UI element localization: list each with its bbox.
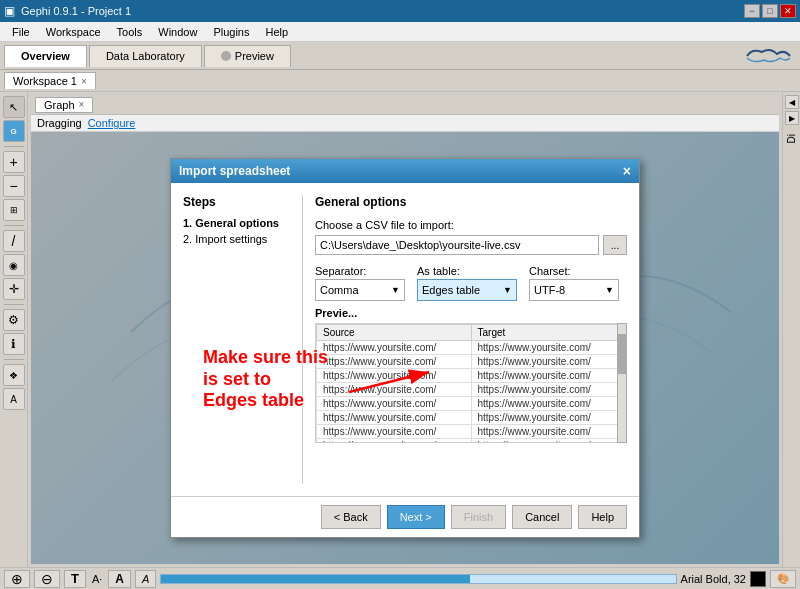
modal-footer: < Back Next > Finish Cancel Help [171, 496, 639, 537]
graph-tab-close[interactable]: × [79, 99, 85, 110]
progress-bar[interactable] [160, 574, 676, 584]
tab-preview[interactable]: Preview [204, 45, 291, 67]
target-cell: https://www.yoursite.com/ [471, 355, 626, 369]
right-panel-label: Di [786, 134, 797, 143]
app-icon: ▣ [4, 4, 15, 18]
graph-panel: Graph × Dragging Configure Make sur [30, 94, 780, 565]
charset-value: UTF-8 [534, 284, 565, 296]
right-expand-btn[interactable]: ▶ [785, 111, 799, 125]
preview-scrollbar[interactable] [617, 323, 627, 443]
minimize-button[interactable]: − [744, 4, 760, 18]
workspace-tab[interactable]: Workspace 1 × [4, 72, 96, 89]
zoom-in-icon[interactable]: + [3, 151, 25, 173]
steps-title: Steps [183, 195, 290, 209]
annotation: Make sure this is set to Edges table [203, 347, 328, 412]
edge-btn[interactable]: ⊖ [34, 570, 60, 588]
charset-group: Charset: UTF-8 ▼ [529, 265, 619, 301]
workspace-close[interactable]: × [81, 76, 87, 87]
separator-select[interactable]: Comma ▼ [315, 279, 405, 301]
configure-link[interactable]: Configure [88, 117, 136, 129]
target-cell: https://www.yoursite.com/ [471, 439, 626, 444]
modal-overlay: Make sure this is set to Edges table [31, 132, 779, 564]
charset-select[interactable]: UTF-8 ▼ [529, 279, 619, 301]
table-label: As table: [417, 265, 517, 277]
toolbar-separator-3 [4, 304, 24, 305]
annotation-line2: is set to [203, 369, 328, 391]
file-path-input[interactable] [315, 235, 599, 255]
next-button[interactable]: Next > [387, 505, 445, 529]
settings-icon[interactable]: ⚙ [3, 309, 25, 331]
label-icon[interactable]: A [3, 388, 25, 410]
tab-bar: Overview Data Laboratory Preview [0, 42, 800, 70]
graph-tab-item[interactable]: Graph × [35, 97, 93, 113]
graph-content: Make sure this is set to Edges table [31, 132, 779, 564]
preview-dot [221, 51, 231, 61]
maximize-button[interactable]: □ [762, 4, 778, 18]
file-row: ... [315, 235, 627, 255]
menu-tools[interactable]: Tools [109, 22, 151, 41]
toolbar-separator-2 [4, 225, 24, 226]
steps-panel: Steps 1. General options 2. Import setti… [183, 195, 303, 484]
menu-bar: File Workspace Tools Window Plugins Help [0, 22, 800, 42]
node-icon[interactable]: ◉ [3, 254, 25, 276]
dragging-bar: Dragging Configure [31, 115, 779, 132]
target-cell: https://www.yoursite.com/ [471, 425, 626, 439]
back-button[interactable]: < Back [321, 505, 381, 529]
pencil-icon[interactable]: / [3, 230, 25, 252]
title-bar: ▣ Gephi 0.9.1 - Project 1 − □ ✕ [0, 0, 800, 22]
window-controls: − □ ✕ [744, 4, 796, 18]
expand-icon[interactable]: ❖ [3, 364, 25, 386]
color-swatch[interactable] [750, 571, 766, 587]
scrollbar-thumb [618, 334, 626, 374]
table-row: https://www.yoursite.com/https://www.you… [317, 425, 626, 439]
charset-arrow: ▼ [605, 285, 614, 295]
font-info: Arial Bold, 32 [681, 573, 746, 585]
table-group: As table: Edges table ▼ [417, 265, 517, 301]
node-btn[interactable]: ⊕ [4, 570, 30, 588]
menu-file[interactable]: File [4, 22, 38, 41]
text-btn[interactable]: T [64, 570, 86, 588]
table-row: https://www.yoursite.com/https://www.you… [317, 439, 626, 444]
browse-button[interactable]: ... [603, 235, 627, 255]
gephi-icon[interactable]: G [3, 120, 25, 142]
step-2: 2. Import settings [183, 233, 290, 245]
info-icon[interactable]: ℹ [3, 333, 25, 355]
cancel-button[interactable]: Cancel [512, 505, 572, 529]
step-1: 1. General options [183, 217, 290, 229]
table-row: https://www.yoursite.com/https://www.you… [317, 341, 626, 355]
target-cell: https://www.yoursite.com/ [471, 369, 626, 383]
color-picker-btn[interactable]: 🎨 [770, 570, 796, 588]
menu-plugins[interactable]: Plugins [205, 22, 257, 41]
cursor-tool[interactable]: ↖ [3, 96, 25, 118]
close-button[interactable]: ✕ [780, 4, 796, 18]
main-area: ↖ G + − ⊞ / ◉ ✛ ⚙ ℹ ❖ A Graph × Dragging… [0, 92, 800, 567]
bold-btn[interactable]: A [108, 570, 131, 588]
font-a-label: A· [92, 573, 102, 585]
menu-help[interactable]: Help [257, 22, 296, 41]
right-collapse-btn[interactable]: ◀ [785, 95, 799, 109]
italic-btn[interactable]: A [135, 570, 156, 588]
zoom-out-icon[interactable]: − [3, 175, 25, 197]
fit-icon[interactable]: ⊞ [3, 199, 25, 221]
right-toolbar: ◀ ▶ Di [782, 92, 800, 567]
move-icon[interactable]: ✛ [3, 278, 25, 300]
options-title: General options [315, 195, 627, 209]
menu-workspace[interactable]: Workspace [38, 22, 109, 41]
source-cell: https://www.yoursite.com/ [317, 341, 472, 355]
tab-data-laboratory[interactable]: Data Laboratory [89, 45, 202, 67]
progress-fill [161, 575, 470, 583]
tab-overview[interactable]: Overview [4, 45, 87, 67]
table-select[interactable]: Edges table ▼ [417, 279, 517, 301]
target-cell: https://www.yoursite.com/ [471, 411, 626, 425]
menu-window[interactable]: Window [150, 22, 205, 41]
help-button[interactable]: Help [578, 505, 627, 529]
col-target-header: Target [471, 325, 626, 341]
app-title: Gephi 0.9.1 - Project 1 [21, 5, 131, 17]
col-source-header: Source [317, 325, 472, 341]
finish-button[interactable]: Finish [451, 505, 506, 529]
table-arrow: ▼ [503, 285, 512, 295]
modal-close-button[interactable]: × [623, 163, 631, 179]
preview-label: Previe... [315, 307, 627, 319]
target-cell: https://www.yoursite.com/ [471, 341, 626, 355]
source-cell: https://www.yoursite.com/ [317, 439, 472, 444]
